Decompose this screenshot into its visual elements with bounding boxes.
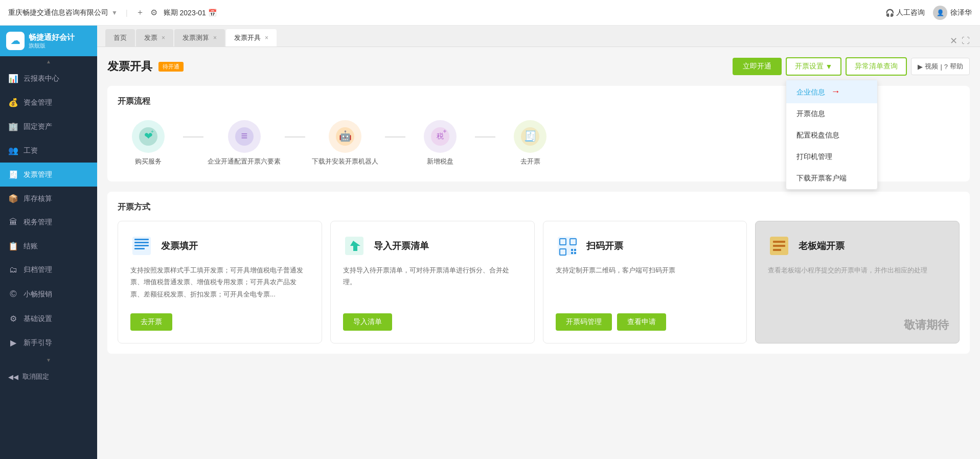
sidebar-item-xiaochang[interactable]: © 小畅报销 xyxy=(0,282,97,307)
sidebar-scroll-up[interactable]: ▲ xyxy=(0,56,97,66)
abnormal-button[interactable]: 异常清单查询 xyxy=(846,57,907,76)
process-line-3 xyxy=(385,136,405,137)
method-fill-header: 发票填开 xyxy=(130,234,309,258)
sidebar-item-jiezhang[interactable]: 📋 结账 xyxy=(0,234,97,258)
zijin-icon: 💰 xyxy=(8,98,18,107)
sidebar-item-fapiao[interactable]: 🧾 发票管理 xyxy=(0,163,97,187)
process-step-2: ≡ 企业开通配置开票六要素 xyxy=(208,120,281,166)
tab-fapiao-kaijv[interactable]: 发票开具 × xyxy=(226,29,277,47)
svg-rect-15 xyxy=(134,245,149,246)
method-scan-header: 扫码开票 xyxy=(556,234,735,258)
calendar-icon[interactable]: 📅 xyxy=(208,9,217,17)
svg-text:+: + xyxy=(151,129,154,134)
dropdown-item-qiyexinxi[interactable]: 企业信息 → xyxy=(786,80,877,103)
settings-button-label: 开票设置 xyxy=(795,62,824,71)
sidebar-item-label: 发票管理 xyxy=(24,170,52,179)
step2-label: 企业开通配置开票六要素 xyxy=(208,157,281,166)
red-arrow-icon: → xyxy=(831,86,840,97)
company-selector[interactable]: 重庆畅捷交通信息咨询有限公司 ▼ xyxy=(8,8,118,17)
svg-rect-23 xyxy=(574,249,576,251)
user-info[interactable]: 👤 徐泽华 xyxy=(933,6,972,20)
consult-label: 人工咨询 xyxy=(896,8,925,17)
human-consult-button[interactable]: 🎧 人工咨询 xyxy=(885,8,925,17)
activate-button[interactable]: 立即开通 xyxy=(733,58,782,75)
process-step-4: 税 + 新增税盘 xyxy=(409,120,471,166)
sidebar-cancel-fixed[interactable]: ◀◀ 取消固定 xyxy=(0,365,97,388)
step1-icon: ❤ + xyxy=(132,120,165,153)
settings-chevron-icon: ▼ xyxy=(826,62,833,71)
svg-text:≡: ≡ xyxy=(241,129,247,142)
account-period: 账期 2023-01 📅 xyxy=(164,8,217,17)
sidebar-item-label: 小畅报销 xyxy=(24,290,52,299)
tab-right-controls: ✕ ⛶ xyxy=(950,35,972,47)
disabled-overlay: 敬请期待 xyxy=(904,317,949,333)
step4-icon: 税 + xyxy=(424,120,457,153)
settings-icon[interactable]: ⚙ xyxy=(150,8,157,17)
method-import-icon xyxy=(343,234,368,258)
status-badge: 待开通 xyxy=(158,62,184,72)
user-name: 徐泽华 xyxy=(950,8,972,17)
svg-rect-22 xyxy=(571,249,573,251)
dropdown-item-dayinji[interactable]: 打印机管理 xyxy=(786,146,877,168)
avatar: 👤 xyxy=(933,6,947,20)
process-line-1 xyxy=(183,136,203,137)
tab-home[interactable]: 首页 xyxy=(105,29,135,47)
sidebar-scroll-down[interactable]: ▼ xyxy=(0,355,97,365)
sidebar-item-label: 结账 xyxy=(24,242,38,251)
video-label: 视频 xyxy=(925,62,938,71)
gongzi-icon: 👥 xyxy=(8,146,18,155)
method-fill-title: 发票填开 xyxy=(161,240,198,252)
maximize-icon[interactable]: ⛶ xyxy=(962,36,970,45)
xinshou-icon: ▶ xyxy=(8,338,18,348)
sidebar-item-zijin[interactable]: 💰 资金管理 xyxy=(0,90,97,114)
tab-cesuan-close[interactable]: × xyxy=(213,34,217,41)
dropdown-item-xiazaikaipiao[interactable]: 下载开票客户端 xyxy=(786,168,877,189)
settings-button[interactable]: 开票设置 ▼ xyxy=(786,57,842,76)
dropdown-item-kaipiaoxinxi[interactable]: 开票信息 xyxy=(786,103,877,125)
step4-label: 新增税盘 xyxy=(427,157,453,166)
sidebar-item-gongzi[interactable]: 👥 工资 xyxy=(0,139,97,163)
dropdown-item-peizhishuipan[interactable]: 配置税盘信息 xyxy=(786,125,877,146)
sidebar-item-shuiwu[interactable]: 🏛 税务管理 xyxy=(0,211,97,234)
close-window-icon[interactable]: ✕ xyxy=(950,35,958,47)
tab-fapiao-close[interactable]: × xyxy=(162,34,165,41)
scan-view-apply-button[interactable]: 查看申请 xyxy=(617,313,666,331)
svg-rect-14 xyxy=(134,242,149,243)
logo-sub: 旗舰版 xyxy=(29,42,75,50)
sidebar-item-gudingzichan[interactable]: 🏢 固定资产 xyxy=(0,114,97,139)
tab-bar: 首页 发票 × 发票测算 × 发票开具 × ✕ ⛶ xyxy=(97,26,980,47)
sidebar-item-guidang[interactable]: 🗂 归档管理 xyxy=(0,258,97,282)
step5-icon: 🧾 xyxy=(514,120,546,153)
sidebar-item-yunbao[interactable]: 📊 云报表中心 xyxy=(0,66,97,90)
sidebar-item-jichushezhi[interactable]: ⚙ 基础设置 xyxy=(0,307,97,331)
peizhishuipan-label: 配置税盘信息 xyxy=(796,131,839,139)
svg-rect-16 xyxy=(134,248,145,249)
scan-code-manage-button[interactable]: 开票码管理 xyxy=(556,313,612,331)
sidebar-item-kucun[interactable]: 📦 库存核算 xyxy=(0,187,97,211)
video-help-button[interactable]: ▶ 视频 | ? 帮助 xyxy=(911,58,970,75)
sidebar-item-label: 资金管理 xyxy=(24,98,52,107)
svg-rect-27 xyxy=(773,241,785,243)
method-laoban-desc: 查看老板端小程序提交的开票申请，并作出相应的处理 xyxy=(768,264,947,305)
methods-grid: 发票填开 支持按照发票样式手工填开发票；可开具增值税电子普通发票、增值税普通发票… xyxy=(118,221,960,343)
method-card-import: 导入开票清单 支持导入待开票清单，可对待开票清单进行拆分、合并处理。 导入清单 xyxy=(330,221,535,343)
add-icon[interactable]: ＋ xyxy=(136,7,144,18)
fill-invoice-button[interactable]: 去开票 xyxy=(130,313,172,331)
divider1: | xyxy=(126,9,128,17)
svg-rect-24 xyxy=(571,252,573,254)
sidebar-item-label: 基础设置 xyxy=(24,314,52,324)
kucun-icon: 📦 xyxy=(8,194,18,203)
import-list-button[interactable]: 导入清单 xyxy=(343,313,392,331)
tab-kaijv-close[interactable]: × xyxy=(265,34,268,41)
sidebar-item-xinshou[interactable]: ▶ 新手引导 xyxy=(0,331,97,355)
method-scan-title: 扫码开票 xyxy=(586,240,623,252)
period-value: 2023-01 xyxy=(180,9,206,17)
tab-fapiao-cesuan[interactable]: 发票测算 × xyxy=(174,29,225,47)
tab-fapiao[interactable]: 发票 × xyxy=(136,29,173,47)
sidebar-item-label: 固定资产 xyxy=(24,122,52,131)
kaipiaoxinxi-label: 开票信息 xyxy=(796,109,825,118)
sidebar-item-label: 归档管理 xyxy=(24,265,52,274)
process-line-4 xyxy=(475,136,495,137)
scan-buttons: 开票码管理 查看申请 xyxy=(556,313,735,331)
company-name: 重庆畅捷交通信息咨询有限公司 xyxy=(8,8,108,17)
